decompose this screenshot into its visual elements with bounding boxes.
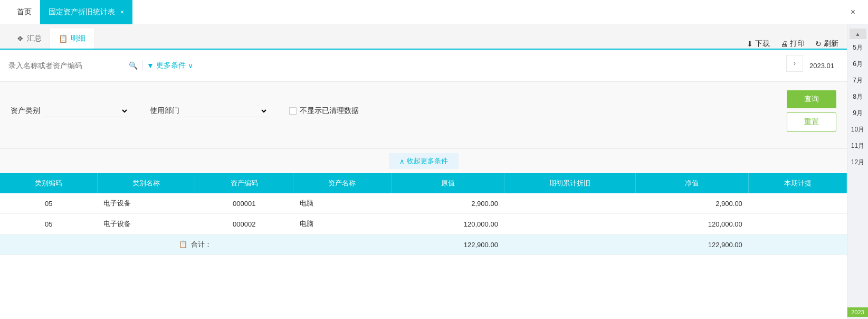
cell-original-value-1: 2,900.00	[391, 193, 504, 214]
search-icon[interactable]: 🔍	[129, 61, 138, 70]
nav-home[interactable]: 首页	[8, 7, 40, 17]
cell-accumulated-2	[504, 214, 635, 234]
print-button[interactable]: 🖨 打印	[780, 39, 805, 49]
cell-asset-name-2: 电脑	[293, 214, 392, 234]
main-content: ❖ 汇总 📋 明细 ⬇ 下载 🖨 打印 ↻ 刷新	[0, 24, 868, 319]
cell-net-value-1: 2,900.00	[635, 193, 749, 214]
cell-asset-code-1: 000001	[195, 193, 293, 214]
col-original-value: 原值	[391, 173, 504, 193]
chevron-down-icon: ∨	[188, 61, 193, 70]
month-item-7[interactable]: 7月	[847, 73, 868, 88]
summary-label: 合计：	[191, 240, 212, 248]
asset-category-select[interactable]	[44, 105, 129, 117]
nav-tab-label: 固定资产折旧统计表	[49, 7, 115, 17]
refresh-button[interactable]: ↻ 刷新	[815, 39, 838, 49]
department-select[interactable]	[184, 105, 268, 117]
right-sidebar: ▲ 5月 6月 7月 8月 9月 10月 11月 12月 2023	[847, 24, 868, 319]
summary-current-period	[749, 234, 847, 255]
collapse-icon: ∧	[399, 157, 405, 165]
more-conditions-label: 更多条件	[156, 61, 186, 70]
filter-bar: 🔍 ▼ 更多条件 ∨ › 2023.01	[0, 50, 847, 82]
download-button[interactable]: ⬇ 下载	[747, 39, 770, 49]
month-item-9[interactable]: 9月	[847, 106, 868, 121]
cell-category-name-1: 电子设备	[97, 193, 195, 214]
cell-asset-name-1: 电脑	[293, 193, 392, 214]
collapse-label: 收起更多条件	[407, 156, 448, 166]
tab-detail[interactable]: 📋 明细	[50, 29, 94, 50]
department-label: 使用部门	[150, 106, 179, 116]
tab-detail-label: 明细	[71, 34, 85, 43]
cell-current-period-1	[749, 193, 847, 214]
refresh-icon: ↻	[815, 40, 822, 48]
summary-empty-1	[0, 234, 97, 255]
filter-icon: ▼	[147, 61, 154, 70]
col-asset-name: 资产名称	[293, 173, 392, 193]
query-button[interactable]: 查询	[787, 90, 836, 108]
left-panel: ❖ 汇总 📋 明细 ⬇ 下载 🖨 打印 ↻ 刷新	[0, 24, 847, 319]
download-icon: ⬇	[747, 40, 753, 48]
month-item-12[interactable]: 12月	[847, 155, 868, 170]
table-container: 类别编码 类别名称 资产编码 资产名称 原值 期初累计折旧 净值 本期计提 05	[0, 173, 847, 255]
print-label: 打印	[790, 39, 805, 49]
col-category-name: 类别名称	[97, 173, 195, 193]
nav-tab-close-icon[interactable]: ×	[120, 8, 124, 16]
tab-summary-label: 汇总	[27, 34, 42, 43]
data-table: 类别编码 类别名称 资产编码 资产名称 原值 期初累计折旧 净值 本期计提 05	[0, 173, 847, 255]
date-display: 2023.01	[809, 62, 834, 70]
search-area: 🔍 ▼ 更多条件 ∨	[8, 60, 780, 71]
detail-tab-icon: 📋	[59, 34, 68, 43]
month-item-8[interactable]: 8月	[847, 89, 868, 105]
cell-category-code-1: 05	[0, 193, 97, 214]
download-label: 下载	[755, 39, 770, 49]
collapse-button[interactable]: ∧ 收起更多条件	[389, 153, 459, 169]
cell-original-value-2: 120,000.00	[391, 214, 504, 234]
month-item-11[interactable]: 11月	[847, 138, 868, 154]
cell-category-name-2: 电子设备	[97, 214, 195, 234]
scroll-up-button[interactable]: ▲	[850, 29, 866, 39]
filter-row-1: 资产类别 使用部门 不显示已清理数据 查询 重置	[11, 90, 836, 132]
cell-asset-code-2: 000002	[195, 214, 293, 234]
col-current-period: 本期计提	[749, 173, 847, 193]
year-badge[interactable]: 2023	[847, 307, 868, 317]
col-net-value: 净值	[635, 173, 749, 193]
cell-category-code-2: 05	[0, 214, 97, 234]
search-input[interactable]	[8, 61, 125, 70]
collapse-bar: ∧ 收起更多条件	[0, 149, 847, 173]
tabs-bar: ❖ 汇总 📋 明细 ⬇ 下载 🖨 打印 ↻ 刷新	[0, 24, 847, 50]
print-icon: 🖨	[780, 40, 788, 48]
table-body: 05 电子设备 000001 电脑 2,900.00 2,900.00 05 电…	[0, 193, 847, 255]
table-row: 05 电子设备 000001 电脑 2,900.00 2,900.00	[0, 193, 847, 214]
cell-net-value-2: 120,000.00	[635, 214, 749, 234]
summary-icon: 📋	[179, 240, 187, 248]
hide-cleared-checkbox[interactable]	[289, 107, 297, 115]
col-asset-code: 资产编码	[195, 173, 293, 193]
hide-cleared-field: 不显示已清理数据	[289, 106, 359, 116]
tab-summary[interactable]: ❖ 汇总	[8, 29, 50, 50]
summary-label-cell: 📋 合计：	[97, 234, 293, 255]
advanced-filter: 资产类别 使用部门 不显示已清理数据 查询 重置	[0, 82, 847, 149]
summary-accumulated	[504, 234, 635, 255]
col-accumulated-depreciation: 期初累计折旧	[504, 173, 635, 193]
summary-tab-icon: ❖	[17, 34, 24, 43]
month-item-5[interactable]: 5月	[847, 40, 868, 55]
filter-divider	[142, 60, 142, 71]
summary-net-value: 122,900.00	[635, 234, 749, 255]
department-field: 使用部门	[150, 105, 268, 117]
month-item-6[interactable]: 6月	[847, 57, 868, 72]
window-close-button[interactable]: ×	[846, 5, 860, 19]
month-item-10[interactable]: 10月	[847, 122, 868, 137]
more-conditions-button[interactable]: ▼ 更多条件 ∨	[147, 61, 193, 70]
refresh-label: 刷新	[824, 39, 838, 49]
sidebar-expand-arrow[interactable]: ›	[786, 55, 803, 72]
col-category-code: 类别编码	[0, 173, 97, 193]
asset-category-label: 资产类别	[11, 106, 40, 116]
summary-row: 📋 合计： 122,900.00 122,900.00	[0, 234, 847, 255]
table-row: 05 电子设备 000002 电脑 120,000.00 120,000.00	[0, 214, 847, 234]
summary-original-value: 122,900.00	[391, 234, 504, 255]
table-header-row: 类别编码 类别名称 资产编码 资产名称 原值 期初累计折旧 净值 本期计提	[0, 173, 847, 193]
filter-buttons: 查询 重置	[787, 90, 836, 132]
hide-cleared-label: 不显示已清理数据	[300, 106, 359, 116]
reset-button[interactable]: 重置	[787, 112, 836, 132]
nav-tab-fixed-assets[interactable]: 固定资产折旧统计表 ×	[40, 0, 132, 24]
top-nav: 首页 固定资产折旧统计表 × ×	[0, 0, 868, 24]
